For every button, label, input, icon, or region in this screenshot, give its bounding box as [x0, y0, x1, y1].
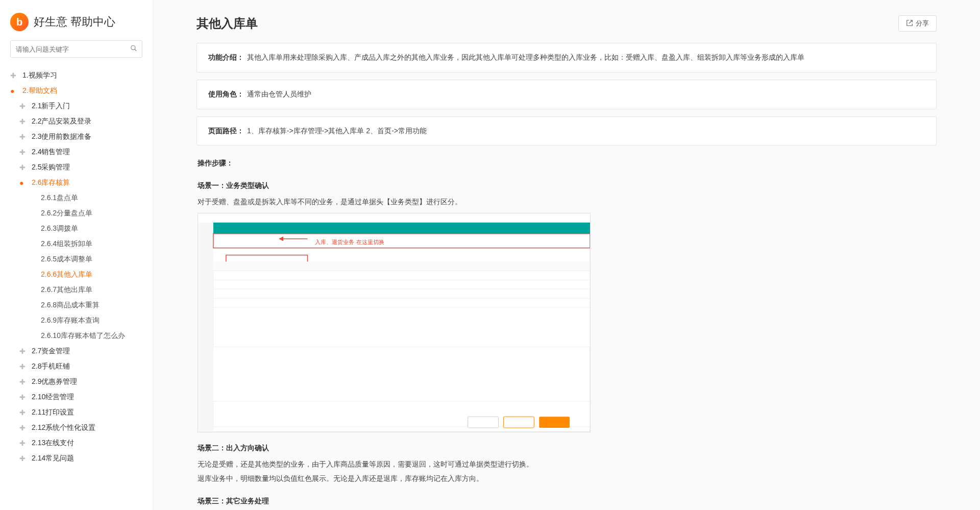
scene1-title: 场景一：业务类型确认	[198, 178, 936, 192]
nav-video-learning[interactable]: ✚1.视频学习	[10, 68, 142, 83]
screenshot-annotation-1: 入库、退货业务 在这里切换	[315, 239, 384, 245]
share-label: 分享	[916, 19, 929, 28]
nav-2-6-6[interactable]: 2.6.6其他入库单	[10, 267, 142, 282]
nav: ✚1.视频学习 ●2.帮助文档 ✚2.1新手入门 ✚2.2产品安装及登录 ✚2.…	[10, 68, 142, 466]
svg-rect-20	[468, 417, 499, 428]
nav-2-6-1[interactable]: 2.6.1盘点单	[10, 190, 142, 206]
nav-help-docs[interactable]: ●2.帮助文档	[10, 83, 142, 99]
plus-icon: ✚	[19, 424, 29, 432]
nav-2-8[interactable]: ✚2.8手机旺铺	[10, 359, 142, 374]
search-icon[interactable]	[130, 45, 137, 54]
minus-icon: ●	[10, 87, 19, 95]
nav-2-4[interactable]: ✚2.4销售管理	[10, 144, 142, 160]
panel-path: 页面路径：1、库存核算->库存管理->其他入库单 2、首页->常用功能	[197, 116, 937, 146]
nav-2-12[interactable]: ✚2.12系统个性化设置	[10, 420, 142, 435]
search-wrap	[10, 40, 142, 58]
panel-role-text: 通常由仓管人员维护	[247, 90, 311, 98]
site-title: 好生意 帮助中心	[34, 14, 115, 30]
plus-icon: ✚	[19, 117, 29, 126]
plus-icon: ✚	[19, 378, 29, 386]
svg-rect-19	[503, 417, 534, 428]
page-title-row: 其他入库单 分享	[197, 15, 937, 32]
nav-2-6-8[interactable]: 2.6.8商品成本重算	[10, 298, 142, 313]
svg-rect-5	[213, 223, 590, 234]
plus-icon: ✚	[19, 133, 29, 141]
scene3-title: 场景三：其它业务处理	[198, 494, 936, 508]
panel-intro-label: 功能介绍：	[208, 53, 244, 61]
svg-line-1	[135, 49, 137, 51]
scene2-text1: 无论是受赠，还是其他类型的业务，由于入库商品质量等原因，需要退回，这时可通过单据…	[198, 457, 936, 471]
nav-2-6-7[interactable]: 2.6.7其他出库单	[10, 282, 142, 298]
nav-2-6-3[interactable]: 2.6.3调拨单	[10, 221, 142, 236]
search-input[interactable]	[10, 40, 142, 58]
nav-2-10[interactable]: ✚2.10经营管理	[10, 390, 142, 405]
panel-path-label: 页面路径：	[208, 127, 244, 135]
plus-icon: ✚	[19, 393, 29, 401]
svg-rect-12	[213, 271, 590, 347]
nav-2-2[interactable]: ✚2.2产品安装及登录	[10, 114, 142, 129]
scene2-text2: 退库业务中，明细数量均以负值红色展示。无论是入库还是退库，库存账均记在入库方向。	[198, 471, 936, 485]
nav-2-6-9[interactable]: 2.6.9库存账本查询	[10, 313, 142, 328]
logo-icon: b	[10, 13, 29, 31]
plus-icon: ✚	[19, 102, 29, 110]
nav-2-6-5[interactable]: 2.6.5成本调整单	[10, 252, 142, 267]
scene2-title: 场景二：出入方向确认	[198, 441, 936, 455]
plus-icon: ✚	[19, 148, 29, 156]
logo-row: b 好生意 帮助中心	[10, 13, 142, 31]
nav-2-3[interactable]: ✚2.3使用前数据准备	[10, 129, 142, 144]
plus-icon: ✚	[19, 347, 29, 355]
nav-2-1[interactable]: ✚2.1新手入门	[10, 99, 142, 114]
sidebar: b 好生意 帮助中心 ✚1.视频学习 ●2.帮助文档 ✚2.1新手入门 ✚2.2…	[0, 0, 153, 510]
nav-2-6-4[interactable]: 2.6.4组装拆卸单	[10, 236, 142, 252]
svg-rect-3	[198, 213, 213, 432]
article-body: 操作步骤： 场景一：业务类型确认 对于受赠、盘盈或是拆装入库等不同的业务，是通过…	[197, 153, 937, 510]
panel-intro: 功能介绍：其他入库单用来处理除采购入库、产成品入库之外的其他入库业务，因此其他入…	[197, 43, 937, 72]
nav-2-11[interactable]: ✚2.11打印设置	[10, 405, 142, 420]
panel-role: 使用角色：通常由仓管人员维护	[197, 80, 937, 109]
plus-icon: ✚	[19, 439, 29, 447]
panel-intro-text: 其他入库单用来处理除采购入库、产成品入库之外的其他入库业务，因此其他入库单可处理…	[247, 53, 804, 61]
svg-rect-4	[198, 213, 590, 223]
nav-2-6-2[interactable]: 2.6.2分量盘点单	[10, 206, 142, 221]
plus-icon: ✚	[10, 71, 19, 80]
svg-rect-11	[213, 262, 590, 271]
plus-icon: ✚	[19, 163, 29, 172]
plus-icon: ✚	[19, 362, 29, 371]
operation-steps-title: 操作步骤：	[198, 156, 936, 170]
scene1-text: 对于受赠、盘盈或是拆装入库等不同的业务，是通过单据头【业务类型】进行区分。	[198, 195, 936, 209]
share-button[interactable]: 分享	[898, 15, 937, 32]
embedded-screenshot: 入库、退货业务 在这里切换 不同业务的入库类型在这里切换	[198, 213, 591, 432]
nav-2-13[interactable]: ✚2.13在线支付	[10, 435, 142, 451]
page-title: 其他入库单	[197, 15, 258, 32]
main-content: 其他入库单 分享 功能介绍：其他入库单用来处理除采购入库、产成品入库之外的其他入…	[153, 0, 980, 510]
share-icon	[906, 19, 913, 28]
svg-rect-6	[213, 234, 590, 248]
nav-2-14[interactable]: ✚2.14常见问题	[10, 451, 142, 466]
plus-icon: ✚	[19, 454, 29, 463]
minus-icon: ●	[19, 179, 29, 187]
nav-2-7[interactable]: ✚2.7资金管理	[10, 344, 142, 359]
nav-2-9[interactable]: ✚2.9优惠券管理	[10, 374, 142, 390]
svg-point-0	[131, 45, 135, 50]
svg-rect-18	[539, 417, 570, 428]
nav-2-6[interactable]: ●2.6库存核算	[10, 175, 142, 190]
panel-role-label: 使用角色：	[208, 90, 244, 98]
nav-2-5[interactable]: ✚2.5采购管理	[10, 160, 142, 175]
nav-2-6-10[interactable]: 2.6.10库存账本错了怎么办	[10, 328, 142, 344]
panel-path-text: 1、库存核算->库存管理->其他入库单 2、首页->常用功能	[247, 127, 427, 135]
plus-icon: ✚	[19, 408, 29, 417]
